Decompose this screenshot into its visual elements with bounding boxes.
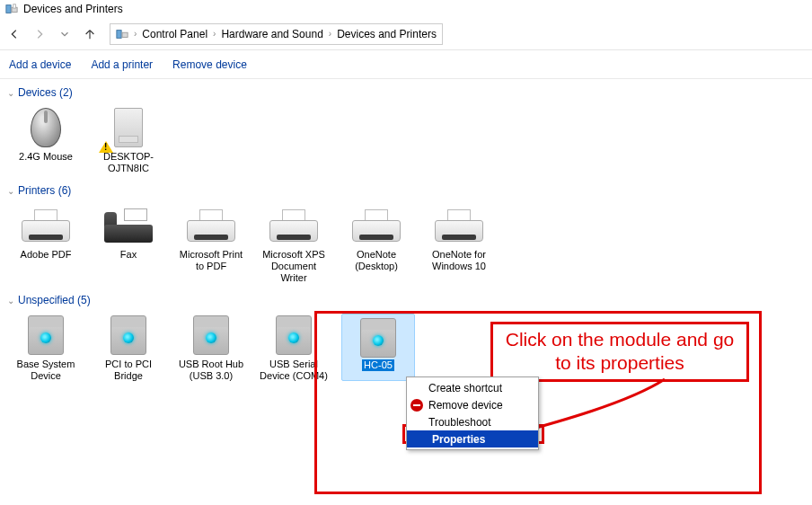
menu-item-remove-device[interactable]: Remove device: [407, 396, 538, 413]
generic-device-icon: [110, 315, 146, 355]
menu-label: Properties: [432, 433, 485, 446]
device-label: DESKTOP-OJTN8IC: [93, 149, 163, 173]
nav-up-icon[interactable]: [83, 27, 97, 41]
section-title: Devices (2): [18, 86, 73, 99]
remove-device-button[interactable]: Remove device: [172, 58, 247, 71]
svg-rect-2: [13, 4, 16, 8]
printer-icon: [435, 209, 483, 242]
context-menu: Create shortcut Remove device Troublesho…: [406, 377, 539, 450]
printer-label: OneNote for Windows 10: [424, 247, 494, 271]
device-item[interactable]: DESKTOP-OJTN8IC: [93, 106, 163, 173]
section-header-printers[interactable]: ⌄ Printers (6): [7, 184, 805, 197]
device-label: Base System Device: [11, 357, 81, 381]
section-title: Printers (6): [18, 184, 71, 197]
mouse-icon: [31, 108, 61, 147]
chevron-right-icon: ›: [134, 29, 137, 39]
menu-item-troubleshoot[interactable]: Troubleshoot: [407, 413, 538, 430]
chevron-right-icon: ›: [213, 29, 216, 39]
device-item[interactable]: PCI to PCI Bridge: [93, 314, 163, 381]
device-item[interactable]: 2.4G Mouse: [11, 106, 81, 173]
devices-printers-icon: [5, 3, 18, 15]
titlebar: Devices and Printers: [0, 0, 812, 18]
nav-back-icon[interactable]: [7, 27, 22, 41]
command-bar: Add a device Add a printer Remove device: [0, 50, 812, 79]
chevron-right-icon: ›: [329, 29, 331, 39]
chevron-down-icon: ⌄: [7, 88, 14, 98]
printer-item[interactable]: Fax: [93, 204, 163, 283]
svg-rect-3: [117, 30, 121, 38]
device-label: USB Root Hub (USB 3.0): [176, 357, 246, 381]
generic-device-icon: [28, 315, 64, 355]
menu-label: Remove device: [428, 399, 503, 412]
remove-icon: [410, 399, 423, 412]
printer-item[interactable]: OneNote (Desktop): [341, 204, 411, 283]
address-bar[interactable]: › Control Panel › Hardware and Sound › D…: [110, 23, 443, 45]
printer-label: Microsoft XPS Document Writer: [259, 247, 329, 283]
menu-label: Create shortcut: [428, 382, 502, 394]
printer-label: Adobe PDF: [21, 247, 72, 261]
generic-device-icon: [193, 315, 229, 355]
annotation-callout: Click on the module and go to its proper…: [490, 322, 749, 382]
device-label: PCI to PCI Bridge: [93, 357, 163, 381]
generic-device-icon: [276, 315, 312, 355]
printer-label: Microsoft Print to PDF: [176, 247, 246, 271]
printer-item[interactable]: OneNote for Windows 10: [424, 204, 494, 283]
printer-item[interactable]: Microsoft Print to PDF: [176, 204, 246, 283]
printer-item[interactable]: Microsoft XPS Document Writer: [259, 204, 329, 283]
section-header-unspecified[interactable]: ⌄ Unspecified (5): [7, 294, 805, 306]
add-printer-button[interactable]: Add a printer: [91, 58, 153, 71]
computer-tower-icon: [114, 108, 143, 147]
svg-rect-4: [122, 32, 128, 37]
printer-label: Fax: [120, 247, 137, 261]
window-title: Devices and Printers: [23, 3, 123, 15]
printer-label: OneNote (Desktop): [341, 247, 411, 271]
printer-icon: [22, 209, 70, 242]
menu-item-properties[interactable]: Properties: [407, 430, 538, 447]
menu-label: Troubleshoot: [428, 416, 491, 429]
add-device-button[interactable]: Add a device: [9, 58, 71, 71]
chevron-down-icon: ⌄: [7, 296, 14, 306]
breadcrumb-root[interactable]: Control Panel: [142, 28, 207, 40]
navbar: › Control Panel › Hardware and Sound › D…: [0, 18, 812, 50]
warning-badge-icon: [99, 141, 113, 153]
annotation-text: Click on the module and go to its proper…: [506, 329, 735, 373]
breadcrumb-l1[interactable]: Hardware and Sound: [221, 28, 322, 40]
breadcrumb-l2[interactable]: Devices and Printers: [337, 28, 437, 40]
section-title: Unspecified (5): [18, 294, 91, 306]
device-item[interactable]: Base System Device: [11, 314, 81, 381]
printer-icon: [269, 209, 318, 242]
device-label: 2.4G Mouse: [19, 149, 73, 163]
device-item[interactable]: USB Root Hub (USB 3.0): [176, 314, 246, 381]
nav-forward-icon[interactable]: [32, 27, 47, 41]
menu-item-create-shortcut[interactable]: Create shortcut: [407, 379, 538, 396]
printer-icon: [187, 209, 235, 242]
nav-recent-icon[interactable]: [57, 27, 72, 41]
printer-item[interactable]: Adobe PDF: [11, 204, 81, 283]
printer-icon: [352, 209, 401, 242]
svg-rect-0: [6, 5, 11, 13]
devices-printers-icon: [116, 28, 128, 40]
chevron-down-icon: ⌄: [7, 186, 14, 196]
fax-icon: [104, 208, 153, 243]
section-header-devices[interactable]: ⌄ Devices (2): [7, 86, 805, 99]
